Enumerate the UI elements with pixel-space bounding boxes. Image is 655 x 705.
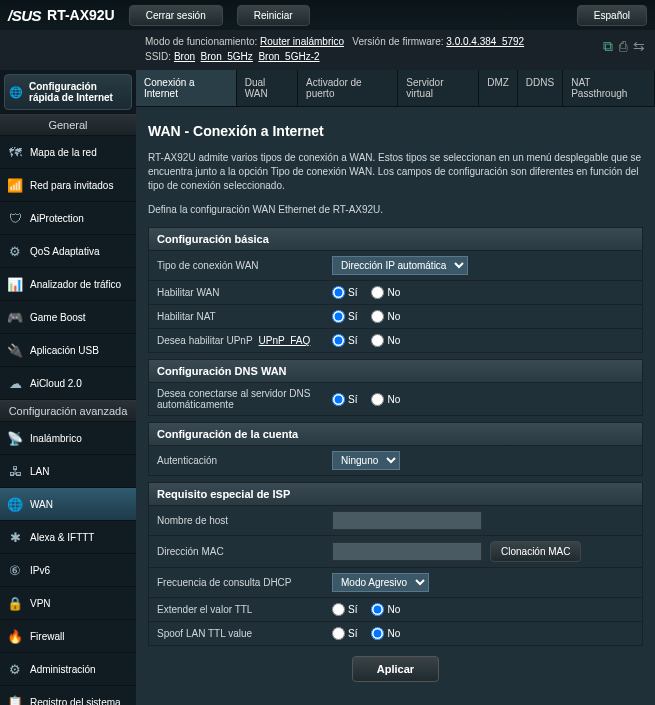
nav-icon: 🌐 (6, 495, 24, 513)
nav-icon: 🖧 (6, 462, 24, 480)
link-icon[interactable]: ⇆ (633, 38, 645, 55)
nav-label: Inalámbrico (30, 433, 82, 444)
tab-ddns[interactable]: DDNS (518, 70, 563, 106)
nav-label: Red para invitados (30, 180, 113, 191)
quick-label: Configuración rápida de Internet (29, 81, 127, 103)
label-spoof: Spoof LAN TTL value (157, 628, 332, 639)
nav-icon: 📡 (6, 429, 24, 447)
nav-aiprotection[interactable]: 🛡AiProtection (0, 202, 136, 235)
nav-aplicación-usb[interactable]: 🔌Aplicación USB (0, 334, 136, 367)
group-account: Configuración de la cuenta (148, 422, 643, 446)
upnp-no[interactable] (371, 334, 384, 347)
apply-button[interactable]: Aplicar (352, 656, 439, 682)
spoof-yes[interactable] (332, 627, 345, 640)
nav-label: Administración (30, 664, 96, 675)
nav-icon: 🛡 (6, 209, 24, 227)
nav-inalámbrico[interactable]: 📡Inalámbrico (0, 422, 136, 455)
group-dns: Configuración DNS WAN (148, 359, 643, 383)
dns-no[interactable] (371, 393, 384, 406)
nav-wan[interactable]: 🌐WAN (0, 488, 136, 521)
tab-activador-de-puerto[interactable]: Activador de puerto (298, 70, 398, 106)
dhcp-select[interactable]: Modo Agresivo (332, 573, 429, 592)
nav-icon: 🔌 (6, 341, 24, 359)
nav-lan[interactable]: 🖧LAN (0, 455, 136, 488)
host-input[interactable] (332, 511, 482, 530)
page-title: WAN - Conexión a Internet (148, 123, 643, 139)
nav-label: QoS Adaptativa (30, 246, 100, 257)
model-label: RT-AX92U (47, 7, 115, 23)
label-dns-auto: Desea conectarse al servidor DNS automát… (157, 388, 332, 410)
nav-qos-adaptativa[interactable]: ⚙QoS Adaptativa (0, 235, 136, 268)
label-auth: Autenticación (157, 455, 332, 466)
ssid-1[interactable]: Bron (174, 51, 195, 62)
nav-icon: 📋 (6, 693, 24, 705)
ttl-no[interactable] (371, 603, 384, 616)
mac-clone-button[interactable]: Clonación MAC (490, 541, 581, 562)
enable-wan-no[interactable] (371, 286, 384, 299)
nav-administración[interactable]: ⚙Administración (0, 653, 136, 686)
link-upnp-faq[interactable]: UPnP_FAQ (259, 335, 311, 346)
label-dhcp: Frecuencia de consulta DHCP (157, 577, 332, 588)
language-button[interactable]: Español (577, 5, 647, 26)
nav-red-para-invitados[interactable]: 📶Red para invitados (0, 169, 136, 202)
nav-firewall[interactable]: 🔥Firewall (0, 620, 136, 653)
tab-dual-wan[interactable]: Dual WAN (237, 70, 298, 106)
nav-analizador-de-tráfico[interactable]: 📊Analizador de tráfico (0, 268, 136, 301)
ssid-label: SSID: (145, 51, 171, 62)
nav-vpn[interactable]: 🔒VPN (0, 587, 136, 620)
ssid-2[interactable]: Bron_5GHz (201, 51, 253, 62)
nav-label: WAN (30, 499, 53, 510)
tab-servidor-virtual[interactable]: Servidor virtual (398, 70, 479, 106)
page-desc-2: Defina la configuración WAN Ethernet de … (148, 203, 643, 217)
ssid-3[interactable]: Bron_5GHz-2 (258, 51, 319, 62)
nav-label: Alexa & IFTTT (30, 532, 94, 543)
reboot-button[interactable]: Reiniciar (237, 5, 310, 26)
nav-label: Game Boost (30, 312, 86, 323)
auth-select[interactable]: Ninguno (332, 451, 400, 470)
enable-wan-yes[interactable] (332, 286, 345, 299)
mode-link[interactable]: Router inalámbrico (260, 36, 344, 47)
enable-nat-yes[interactable] (332, 310, 345, 323)
nav-label: Analizador de tráfico (30, 279, 121, 290)
group-isp: Requisito especial de ISP (148, 482, 643, 506)
tab-conexión-a-internet[interactable]: Conexión a Internet (136, 70, 237, 106)
nav-icon: 🗺 (6, 143, 24, 161)
nav-label: LAN (30, 466, 49, 477)
tab-dmz[interactable]: DMZ (479, 70, 518, 106)
nav-ipv6[interactable]: ⑥IPv6 (0, 554, 136, 587)
mac-input[interactable] (332, 542, 482, 561)
network-icon[interactable]: ⧉ (603, 38, 613, 55)
mode-label: Modo de funcionamiento: (145, 36, 257, 47)
ttl-yes[interactable] (332, 603, 345, 616)
dns-yes[interactable] (332, 393, 345, 406)
page-desc-1: RT-AX92U admite varios tipos de conexión… (148, 151, 643, 193)
label-mac: Dirección MAC (157, 546, 332, 557)
nav-label: VPN (30, 598, 51, 609)
tab-nat-passthrough[interactable]: NAT Passthrough (563, 70, 655, 106)
nav-icon: ⑥ (6, 561, 24, 579)
fw-label: Versión de firmware: (352, 36, 443, 47)
label-ttl: Extender el valor TTL (157, 604, 332, 615)
spoof-no[interactable] (371, 627, 384, 640)
nav-registro-del-sistema[interactable]: 📋Registro del sistema (0, 686, 136, 705)
fw-link[interactable]: 3.0.0.4.384_5792 (446, 36, 524, 47)
nav-label: Firewall (30, 631, 64, 642)
usb-icon[interactable]: ⎙ (619, 38, 627, 55)
wan-type-select[interactable]: Dirección IP automática (332, 256, 468, 275)
quick-internet-setup[interactable]: 🌐 Configuración rápida de Internet (4, 74, 132, 110)
logout-button[interactable]: Cerrar sesión (129, 5, 223, 26)
nav-game-boost[interactable]: 🎮Game Boost (0, 301, 136, 334)
globe-icon: 🌐 (9, 83, 23, 101)
nav-alexa-ifttt[interactable]: ✱Alexa & IFTTT (0, 521, 136, 554)
upnp-yes[interactable] (332, 334, 345, 347)
nav-icon: ⚙ (6, 660, 24, 678)
nav-label: Aplicación USB (30, 345, 99, 356)
enable-nat-no[interactable] (371, 310, 384, 323)
nav-aicloud-2.0[interactable]: ☁AiCloud 2.0 (0, 367, 136, 400)
group-basic: Configuración básica (148, 227, 643, 251)
nav-icon: 🎮 (6, 308, 24, 326)
nav-mapa-de-la-red[interactable]: 🗺Mapa de la red (0, 136, 136, 169)
label-wan-type: Tipo de conexión WAN (157, 260, 332, 271)
nav-label: AiProtection (30, 213, 84, 224)
nav-icon: 📊 (6, 275, 24, 293)
